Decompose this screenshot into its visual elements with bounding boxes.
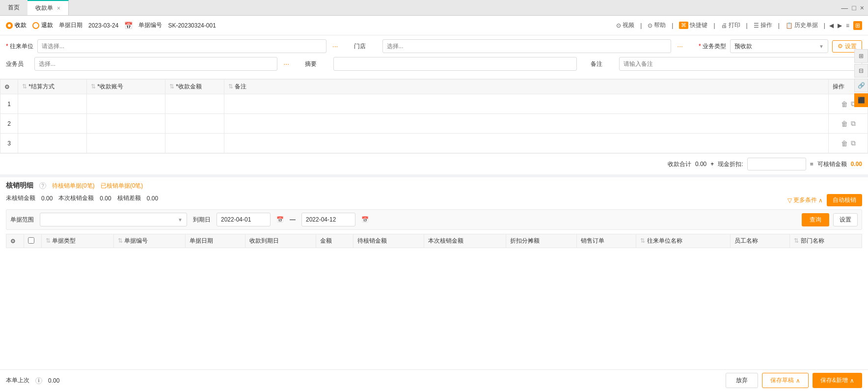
th-doc-number: ⇅ 单据编号 <box>113 234 186 248</box>
next-icon[interactable]: ▶ <box>838 22 842 29</box>
date-from-input[interactable] <box>217 213 271 226</box>
remark-cell-2[interactable] <box>224 114 829 134</box>
tab-home[interactable]: 首页 <box>0 0 27 15</box>
sort-icon-doc-type: ⇅ <box>46 237 51 244</box>
verifiable-value: 0.00 <box>851 161 862 168</box>
sidebar-icon-3[interactable]: 🔗 <box>854 79 868 92</box>
date-to-input[interactable] <box>301 213 355 226</box>
table-header-row: ⚙ ⇅ *结算方式 ⇅ *收款账号 ⇅ *收款金额 ⇅ <box>0 80 868 94</box>
sort-icon-remark: ⇅ <box>228 83 233 90</box>
gear-bottom-icon[interactable]: ⚙ <box>10 238 16 245</box>
query-btn[interactable]: 查询 <box>802 213 829 226</box>
account-input-2[interactable] <box>87 114 165 133</box>
settle-input-1[interactable] <box>18 94 86 113</box>
account-cell-3[interactable] <box>87 134 165 153</box>
divider1: | <box>640 22 642 29</box>
th-current-amount: 本次核销金额 <box>424 234 506 248</box>
settle-cell-3[interactable] <box>18 134 87 153</box>
bottom-table-wrapper: ⚙ ⇅ 单据类型 ⇅ 单据编号 单据日期 <box>6 234 862 365</box>
counterpart-more-icon[interactable]: ··· <box>330 42 340 50</box>
discard-btn[interactable]: 放弃 <box>726 373 758 388</box>
th-select-all[interactable] <box>24 234 42 248</box>
amount-cell-2[interactable] <box>165 114 224 134</box>
discount-input[interactable] <box>747 158 806 170</box>
copy-icon-2[interactable]: ⧉ <box>851 119 856 128</box>
history-btn[interactable]: 📋 历史单据 <box>784 20 820 30</box>
shop-input[interactable] <box>382 39 672 53</box>
calendar-from-icon[interactable]: 📅 <box>276 216 284 223</box>
grid-icon[interactable]: ⊞ <box>853 21 862 30</box>
calendar-icon[interactable]: 📅 <box>124 22 133 29</box>
settle-cell-1[interactable] <box>18 94 87 114</box>
divider4: | <box>746 22 748 29</box>
account-cell-1[interactable] <box>87 94 165 114</box>
account-cell-2[interactable] <box>87 114 165 134</box>
summary-input[interactable] <box>333 57 576 71</box>
operate-btn[interactable]: ☰ 操作 <box>752 20 774 30</box>
delete-icon-1[interactable]: 🗑 <box>841 100 848 108</box>
account-input-1[interactable] <box>87 94 165 113</box>
prev-icon[interactable]: ◀ <box>829 22 834 29</box>
save-new-btn[interactable]: 保存&新增 ∧ <box>813 373 862 388</box>
receipt-type-group: 收款 退款 <box>6 21 53 29</box>
more-conditions-btn[interactable]: ▽ 更多条件 ∧ <box>787 196 823 204</box>
staff-input[interactable] <box>34 57 277 71</box>
remark-cell-3[interactable] <box>224 134 829 153</box>
radio-receipt[interactable]: 收款 <box>6 21 27 29</box>
remark-input-1[interactable] <box>224 94 828 113</box>
amount-cell-1[interactable] <box>165 94 224 114</box>
video-btn[interactable]: ⊙ 视频 <box>614 20 636 30</box>
save-draft-btn[interactable]: 保存草稿 ∧ <box>762 373 809 388</box>
select-all-checkbox[interactable] <box>28 237 34 244</box>
help-btn[interactable]: ⊙ 帮助 <box>646 20 668 30</box>
verifiable-label: 可核销金额 <box>817 160 847 168</box>
list-icon[interactable]: ≡ <box>846 22 849 29</box>
th-gear[interactable]: ⚙ <box>0 80 18 94</box>
current-verify-label: 本次核销金额 <box>58 194 94 202</box>
delete-icon-3[interactable]: 🗑 <box>841 140 848 147</box>
tab-receipt[interactable]: 收款单 × <box>27 0 69 15</box>
calendar-to-icon[interactable]: 📅 <box>361 216 369 223</box>
main-content: 收款 退款 单据日期 2023-03-24 📅 单据编号 SK-20230324… <box>0 16 868 391</box>
copy-icon-3[interactable]: ⧉ <box>851 139 856 147</box>
staff-more-icon[interactable]: ··· <box>281 60 291 68</box>
amount-input-1[interactable] <box>165 94 224 113</box>
amount-input-3[interactable] <box>165 134 224 153</box>
shop-more-icon[interactable]: ··· <box>675 42 685 50</box>
form-row-1: 往来单位 ··· 门店 ··· 业务类型 预收款 ▼ ⚙ 设置 <box>6 39 862 53</box>
verify-info-icon[interactable]: ? <box>39 182 46 189</box>
sidebar-icon-4[interactable]: ⬛ <box>854 93 868 107</box>
settle-cell-2[interactable] <box>18 114 87 134</box>
counterpart-input[interactable] <box>37 39 326 53</box>
settings-gear-icon: ⚙ <box>838 43 843 50</box>
th-checkbox: ⚙ <box>6 234 24 248</box>
amount-input-2[interactable] <box>165 114 224 133</box>
footer-info-icon[interactable]: ℹ <box>35 377 42 384</box>
auto-verify-btn[interactable]: 自动核销 <box>827 194 862 206</box>
remark-cell-1[interactable] <box>224 94 829 114</box>
shortcut-btn[interactable]: ⌘ 快捷键 <box>677 20 709 30</box>
verified-tab[interactable]: 已核销单据(0笔) <box>101 182 143 190</box>
minimize-icon[interactable]: — <box>841 4 848 12</box>
settle-input-3[interactable] <box>18 134 86 153</box>
settle-input-2[interactable] <box>18 114 86 133</box>
sidebar-icon-1[interactable]: ⊞ <box>854 49 868 63</box>
account-input-3[interactable] <box>87 134 165 153</box>
sidebar-icon-2[interactable]: ⊟ <box>854 64 868 78</box>
remark-input-3[interactable] <box>224 134 828 153</box>
close-icon[interactable]: × <box>860 4 864 12</box>
verify-settings-btn[interactable]: 设置 <box>833 213 858 226</box>
delete-icon-2[interactable]: 🗑 <box>841 120 848 128</box>
pending-tab[interactable]: 待核销单据(0笔) <box>52 182 95 190</box>
th-amount: ⇅ *收款金额 <box>165 80 224 94</box>
remark-input[interactable] <box>619 57 862 71</box>
range-select[interactable]: ▼ <box>40 213 187 226</box>
remark-input-2[interactable] <box>224 114 828 133</box>
biz-type-select[interactable]: 预收款 ▼ <box>730 39 828 53</box>
radio-refund[interactable]: 退款 <box>32 21 53 29</box>
print-btn[interactable]: 🖨 打印 <box>719 20 742 30</box>
tab-close-icon[interactable]: × <box>57 5 60 12</box>
amount-cell-3[interactable] <box>165 134 224 153</box>
help-icon: ⊙ <box>648 22 652 29</box>
maximize-icon[interactable]: □ <box>852 4 856 12</box>
